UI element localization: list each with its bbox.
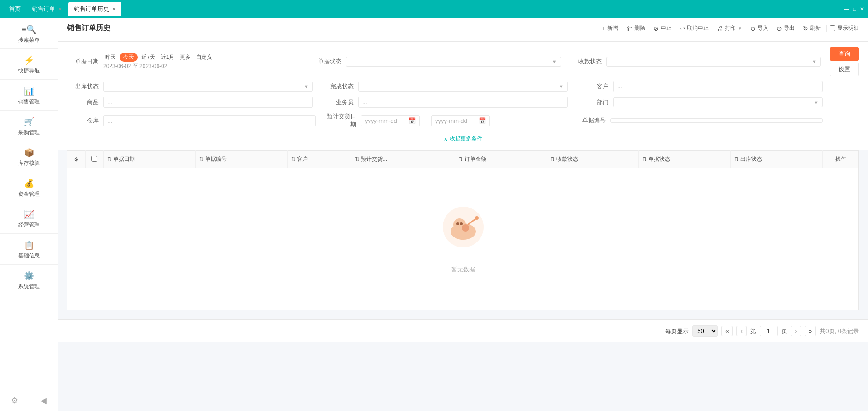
outbound-label: 出库状态	[67, 82, 103, 91]
date-7days[interactable]: 近7天	[139, 53, 157, 62]
date-filter: 昨天 今天 近7天 近1月 更多 自定义 2023-06-02 至 2023-0…	[103, 53, 310, 70]
th-checkbox[interactable]	[86, 151, 104, 168]
th-delivery-label: ⇅ 预计交货...	[355, 155, 387, 163]
main-content: 销售订单历史 + 新增 🗑 删除 ⊘ 中止 ↩	[58, 18, 868, 411]
cancel-stop-button[interactable]: ↩ 取消中止	[677, 23, 711, 34]
print-icon: 🖨	[717, 25, 723, 32]
empty-state: 暂无数据	[67, 168, 858, 310]
sidebar-settings-icon[interactable]: ⚙	[11, 396, 18, 406]
order-no-input[interactable]	[610, 118, 823, 123]
date-today[interactable]: 今天	[120, 53, 138, 62]
stop-button[interactable]: ⊘ 中止	[651, 23, 674, 34]
salesperson-ellipsis: ...	[362, 99, 367, 106]
delivery-date-label: 预计交货日期	[325, 112, 361, 129]
first-page-btn[interactable]: «	[721, 326, 733, 336]
last-page-btn[interactable]: »	[805, 326, 816, 336]
collapse-up-icon: ∧	[444, 136, 448, 142]
svg-point-3	[462, 224, 469, 232]
tab-sales-order[interactable]: 销售订单 ✕	[26, 2, 67, 16]
sidebar-item-quick-nav[interactable]: ⚡ 快捷导航	[0, 49, 58, 80]
delivery-date-from[interactable]: yyyy-mm-dd 📅	[361, 115, 420, 126]
th-amount[interactable]: ⇅ 订单金额	[455, 151, 547, 168]
status-select[interactable]: ▼	[346, 57, 561, 67]
dept-select[interactable]: ▼	[613, 97, 823, 107]
print-button[interactable]: 🖨 打印 ▼	[714, 23, 745, 34]
display-detail-toggle[interactable]: 显示明细	[830, 24, 859, 32]
tab-sales-order-history[interactable]: 销售订单历史 ✕	[68, 2, 121, 16]
pagination: 每页显示 50 20 100 « ‹ 第 页 › » 共0页, 0条记录	[58, 319, 868, 342]
customer-label: 客户	[577, 82, 613, 91]
sidebar-item-sys-mgmt[interactable]: ⚙️ 系统管理	[0, 265, 58, 295]
table-header-row: ⚙ ⇅ 单据日期 ⇅ 单据编号	[67, 151, 859, 168]
import-button[interactable]: ⊙ 导入	[748, 23, 771, 34]
th-payment-status[interactable]: ⇅ 收款状态	[547, 151, 638, 168]
page-input[interactable]	[760, 326, 778, 336]
sidebar-item-purchase-mgmt[interactable]: 🛒 采购管理	[0, 111, 58, 141]
export-button[interactable]: ⊙ 导出	[774, 23, 797, 34]
operations-icon: 📈	[24, 209, 34, 219]
th-no[interactable]: ⇅ 单据编号	[196, 151, 288, 168]
maximize-btn[interactable]: □	[853, 6, 856, 12]
minimize-btn[interactable]: —	[844, 6, 849, 12]
date-1month[interactable]: 近1月	[159, 53, 177, 62]
prev-page-btn[interactable]: ‹	[736, 326, 746, 336]
dept-label: 部门	[577, 98, 613, 106]
sidebar-item-basic-info[interactable]: 📋 基础信息	[0, 234, 58, 265]
new-button[interactable]: + 新增	[599, 23, 621, 34]
goods-select[interactable]: ...	[103, 97, 313, 108]
page-suffix: 页	[782, 327, 787, 335]
delivery-date-to[interactable]: yyyy-mm-dd 📅	[431, 115, 490, 126]
dept-arrow: ▼	[814, 100, 819, 105]
settings-icon[interactable]: ⚙	[74, 156, 79, 163]
payment-label: 收款状态	[570, 58, 606, 66]
sidebar-item-label-quick-nav: 快捷导航	[18, 67, 40, 75]
th-outbound-status-label: ⇅ 出库状态	[734, 155, 762, 163]
page-prefix: 第	[750, 327, 756, 335]
delete-button[interactable]: 🗑 删除	[623, 23, 648, 34]
empty-svg	[441, 204, 486, 250]
table-body: 暂无数据	[67, 168, 859, 310]
set-button[interactable]: 设置	[830, 63, 859, 76]
warehouse-select[interactable]: ...	[103, 115, 316, 126]
status-label: 单据状态	[310, 58, 346, 66]
salesperson-select[interactable]: ...	[358, 97, 568, 108]
sidebar-item-search-menu[interactable]: ≡🔍 搜索菜单	[0, 18, 58, 49]
complete-select[interactable]: ▼	[358, 82, 568, 92]
next-page-btn[interactable]: ›	[791, 326, 801, 336]
tab-sales-order-close[interactable]: ✕	[58, 6, 62, 12]
outbound-select[interactable]: ▼	[103, 82, 313, 92]
customer-select[interactable]: ...	[613, 81, 823, 92]
refresh-button[interactable]: ↻ 刷新	[800, 23, 824, 34]
outbound-arrow: ▼	[304, 84, 309, 89]
filter-row-1: 单据日期 昨天 今天 近7天 近1月 更多 自定义 2023-06-02 至 2…	[67, 47, 859, 76]
refresh-label: 刷新	[810, 24, 821, 32]
th-no-label: ⇅ 单据编号	[199, 155, 227, 163]
sales-mgmt-icon: 📊	[24, 86, 34, 96]
th-customer[interactable]: ⇅ 客户	[288, 151, 351, 168]
tab-sales-order-history-close[interactable]: ✕	[112, 6, 116, 12]
sidebar-item-inventory[interactable]: 📦 库存核算	[0, 141, 58, 172]
display-detail-label: 显示明细	[837, 24, 859, 32]
close-btn[interactable]: ✕	[860, 6, 864, 12]
th-delivery[interactable]: ⇅ 预计交货...	[351, 151, 455, 168]
collapse-button[interactable]: ∧ 收起更多条件	[67, 133, 859, 145]
sidebar-item-finance[interactable]: 💰 资金管理	[0, 172, 58, 203]
sidebar-item-operations[interactable]: 📈 经营管理	[0, 203, 58, 234]
date-custom[interactable]: 自定义	[194, 53, 214, 62]
th-doc-status[interactable]: ⇅ 单据状态	[638, 151, 730, 168]
th-date[interactable]: ⇅ 单据日期	[104, 151, 196, 168]
query-button[interactable]: 查询	[830, 47, 859, 61]
date-more[interactable]: 更多	[178, 53, 192, 62]
tab-home[interactable]: 首页	[4, 5, 26, 13]
filter-area: 单据日期 昨天 今天 近7天 近1月 更多 自定义 2023-06-02 至 2…	[58, 42, 868, 150]
select-all-checkbox[interactable]	[91, 156, 97, 162]
date-yesterday[interactable]: 昨天	[103, 53, 118, 62]
sidebar-collapse-icon[interactable]: ◀	[40, 396, 47, 406]
payment-select[interactable]: ▼	[606, 57, 821, 67]
display-detail-checkbox[interactable]	[830, 25, 835, 31]
sidebar-item-sales-mgmt[interactable]: 📊 销售管理	[0, 80, 58, 111]
page-size-select[interactable]: 50 20 100	[692, 325, 718, 337]
th-settings[interactable]: ⚙	[67, 151, 86, 168]
th-outbound-status[interactable]: ⇅ 出库状态	[730, 151, 822, 168]
empty-text: 暂无数据	[451, 266, 475, 274]
